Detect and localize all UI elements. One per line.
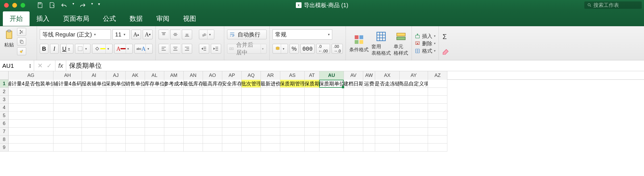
cell-AV4[interactable]	[344, 104, 363, 112]
column-header-AS[interactable]: AS	[280, 71, 305, 80]
cell-AQ2[interactable]	[242, 88, 261, 96]
cell-AM9[interactable]	[164, 144, 184, 152]
cell-AY6[interactable]	[400, 120, 428, 128]
row-header-8[interactable]: 8	[0, 136, 9, 144]
formula-value[interactable]: 保质期单位	[66, 61, 102, 70]
cell-AH4[interactable]	[53, 104, 82, 112]
cell-AJ5[interactable]	[106, 112, 126, 120]
tab-视图[interactable]: 视图	[176, 11, 203, 26]
clear-icon[interactable]	[442, 47, 450, 55]
cell-AL6[interactable]	[145, 120, 164, 128]
number-format-combo[interactable]: 常规▾	[273, 29, 332, 40]
cell-AV2[interactable]	[344, 88, 363, 96]
tab-开始[interactable]: 开始	[3, 11, 30, 26]
cell-AP9[interactable]	[222, 144, 242, 152]
cell-AL9[interactable]	[145, 144, 164, 152]
cell-AW6[interactable]	[363, 120, 375, 128]
cell-AH3[interactable]	[53, 96, 82, 104]
cell-AK2[interactable]	[126, 88, 145, 96]
cell-AO8[interactable]	[203, 136, 222, 144]
cell-AN2[interactable]	[184, 88, 203, 96]
cell-AY9[interactable]	[400, 144, 428, 152]
cell-AQ4[interactable]	[242, 104, 261, 112]
cell-AY7[interactable]	[400, 128, 428, 136]
autosum-icon[interactable]: Σ	[442, 33, 449, 40]
cell-AI5[interactable]	[82, 112, 106, 120]
cell-AU2[interactable]	[319, 88, 344, 96]
tab-审阅[interactable]: 审阅	[149, 11, 176, 26]
cell-AR6[interactable]	[261, 120, 280, 128]
cell-AR2[interactable]	[261, 88, 280, 96]
cell-AT9[interactable]	[305, 144, 319, 152]
cell-AM4[interactable]	[164, 104, 184, 112]
cell-AX1[interactable]: 是否走冻链	[375, 80, 400, 88]
cell-AH6[interactable]	[53, 120, 82, 128]
cell-AU4[interactable]	[319, 104, 344, 112]
column-header-AH[interactable]: AH	[53, 71, 82, 80]
cell-AX2[interactable]	[375, 88, 400, 96]
cell-AY1[interactable]: 商品自定义项	[400, 80, 428, 88]
cell-AQ1[interactable]: 批次管理	[242, 80, 261, 88]
currency-button[interactable]	[273, 44, 288, 54]
cell-AM2[interactable]	[164, 88, 184, 96]
cell-AO6[interactable]	[203, 120, 222, 128]
row-header-4[interactable]: 4	[0, 104, 9, 112]
cell-AO5[interactable]	[203, 112, 222, 120]
decrease-indent-button[interactable]	[199, 44, 209, 54]
increase-indent-button[interactable]	[211, 44, 221, 54]
column-header-AY[interactable]: AY	[400, 71, 428, 80]
cell-AQ6[interactable]	[242, 120, 261, 128]
cell-AS7[interactable]	[280, 128, 305, 136]
cell-styles-button[interactable]: 单元 格样式	[393, 30, 409, 58]
tab-公式[interactable]: 公式	[96, 11, 123, 26]
column-header-AV[interactable]: AV	[344, 71, 363, 80]
cell-AV1[interactable]: 建档日期	[344, 80, 363, 88]
cell-AR8[interactable]	[261, 136, 280, 144]
cell-AG6[interactable]	[9, 120, 53, 128]
cell-AP8[interactable]	[222, 136, 242, 144]
cell-AW3[interactable]	[363, 96, 375, 104]
cell-AO4[interactable]	[203, 104, 222, 112]
phonetic-button[interactable]: abcA	[134, 44, 153, 54]
cell-AI6[interactable]	[82, 120, 106, 128]
cell-AG3[interactable]	[9, 96, 53, 104]
cell-AM7[interactable]	[164, 128, 184, 136]
row-header-6[interactable]: 6	[0, 120, 9, 128]
cell-AJ7[interactable]	[106, 128, 126, 136]
cell-AQ5[interactable]	[242, 112, 261, 120]
column-header-AG[interactable]: AG	[9, 71, 53, 80]
orientation-button[interactable]: ab	[199, 30, 214, 39]
cell-AS5[interactable]	[280, 112, 305, 120]
cell-AX6[interactable]	[375, 120, 400, 128]
fx-icon[interactable]: fx	[58, 62, 63, 69]
cell-AL4[interactable]	[145, 104, 164, 112]
cell-AV7[interactable]	[344, 128, 363, 136]
column-header-AP[interactable]: AP	[222, 71, 242, 80]
cell-AH5[interactable]	[53, 112, 82, 120]
tab-页面布局[interactable]: 页面布局	[56, 11, 96, 26]
cell-AR5[interactable]	[261, 112, 280, 120]
cell-AK7[interactable]	[126, 128, 145, 136]
column-header-AW[interactable]: AW	[363, 71, 375, 80]
column-header-AL[interactable]: AL	[145, 71, 164, 80]
paste-button[interactable]: 粘贴	[3, 28, 15, 55]
cell-AT2[interactable]	[305, 88, 319, 96]
align-right-button[interactable]	[182, 44, 192, 54]
font-name-combo[interactable]: 等线 Regular (正文)▾	[40, 29, 111, 40]
column-header-AR[interactable]: AR	[261, 71, 280, 80]
cell-AT8[interactable]	[305, 136, 319, 144]
cell-AY8[interactable]	[400, 136, 428, 144]
cell-AZ3[interactable]	[428, 96, 447, 104]
cell-AL7[interactable]	[145, 128, 164, 136]
cell-AW2[interactable]	[363, 88, 375, 96]
cell-AI2[interactable]	[82, 88, 106, 96]
save-icon[interactable]	[37, 2, 43, 9]
cell-AP1[interactable]: 安全库存	[222, 80, 242, 88]
cell-AL5[interactable]	[145, 112, 164, 120]
zoom-window[interactable]	[20, 3, 25, 8]
font-color-button[interactable]: A	[114, 44, 132, 54]
align-center-button[interactable]	[170, 44, 180, 54]
cell-AI8[interactable]	[82, 136, 106, 144]
cell-AN3[interactable]	[184, 96, 203, 104]
cell-AR1[interactable]: 最新进价	[261, 80, 280, 88]
